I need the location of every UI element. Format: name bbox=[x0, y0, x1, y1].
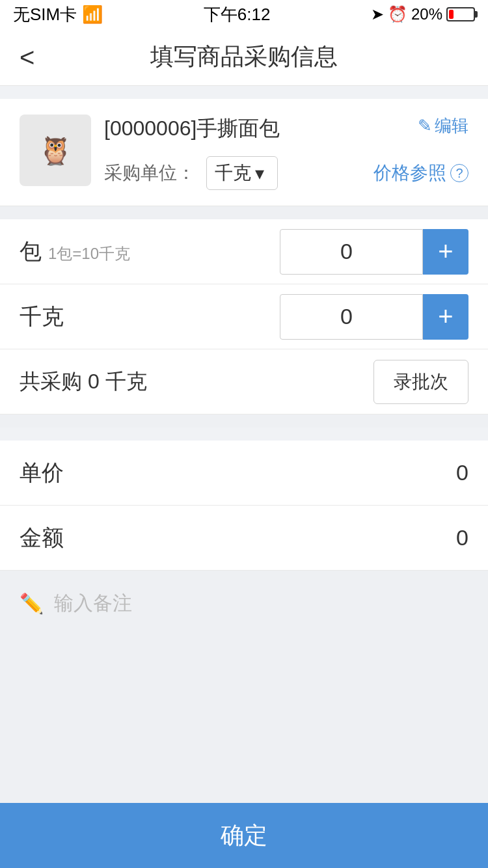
amount-row: 金额 0 bbox=[0, 506, 488, 571]
product-info: [0000006]手撕面包 ✎ 编辑 采购单位： 千克 ▾ 价格参照 ? bbox=[104, 115, 468, 190]
product-logo: 🦉 bbox=[38, 135, 72, 167]
edit-label: 编辑 bbox=[435, 115, 468, 137]
status-right: ➤ ⏰ 20% bbox=[371, 5, 475, 23]
divider-2 bbox=[0, 414, 488, 427]
pack-input[interactable] bbox=[280, 229, 423, 275]
info-icon: ? bbox=[450, 164, 468, 182]
kg-controls: + bbox=[280, 294, 468, 340]
page-title: 填写商品采购信息 bbox=[150, 41, 338, 73]
battery-icon bbox=[446, 7, 475, 21]
product-unit-row: 采购单位： 千克 ▾ 价格参照 ? bbox=[104, 156, 468, 190]
unit-select[interactable]: 千克 ▾ bbox=[206, 156, 278, 190]
price-ref-label: 价格参照 bbox=[373, 161, 446, 185]
product-header: [0000006]手撕面包 ✎ 编辑 bbox=[104, 115, 468, 143]
info-section: 单价 0 金额 0 bbox=[0, 441, 488, 571]
edit-icon: ✎ bbox=[418, 116, 432, 136]
unit-label: 采购单位： bbox=[104, 163, 195, 183]
carrier-text: 无SIM卡 bbox=[13, 3, 77, 26]
pack-label: 包 bbox=[20, 237, 42, 267]
pack-controls: + bbox=[280, 229, 468, 275]
divider-1 bbox=[0, 206, 488, 219]
unit-price-label: 单价 bbox=[20, 458, 64, 488]
pack-input-row: 包 1包=10千克 + bbox=[0, 219, 488, 284]
kg-input[interactable] bbox=[280, 294, 423, 340]
edit-button[interactable]: ✎ 编辑 bbox=[418, 115, 468, 137]
unit-price-row: 单价 0 bbox=[0, 441, 488, 506]
battery-percent: 20% bbox=[411, 5, 442, 23]
pack-plus-button[interactable]: + bbox=[423, 229, 468, 275]
summary-text: 共采购 0 千克 bbox=[20, 368, 147, 396]
kg-input-row: 千克 + bbox=[0, 284, 488, 349]
input-section: 包 1包=10千克 + 千克 + 共采购 0 千克 录批次 bbox=[0, 219, 488, 414]
unit-value: 千克 bbox=[215, 161, 251, 185]
location-icon: ➤ bbox=[371, 5, 384, 23]
product-name: [0000006]手撕面包 bbox=[104, 115, 280, 143]
wifi-icon: 📶 bbox=[82, 5, 103, 25]
batch-button[interactable]: 录批次 bbox=[373, 360, 468, 404]
note-section[interactable]: ✏️ 输入备注 bbox=[0, 571, 488, 636]
kg-label: 千克 bbox=[20, 302, 64, 332]
amount-value: 0 bbox=[456, 525, 468, 550]
kg-label-group: 千克 bbox=[20, 302, 280, 332]
pack-label-group: 包 1包=10千克 bbox=[20, 237, 280, 267]
status-time: 下午6:12 bbox=[204, 3, 271, 26]
amount-label: 金额 bbox=[20, 523, 64, 553]
product-image: 🦉 bbox=[20, 115, 91, 186]
status-bar: 无SIM卡 📶 下午6:12 ➤ ⏰ 20% bbox=[0, 0, 488, 29]
battery-fill bbox=[449, 10, 454, 19]
pencil-icon: ✏️ bbox=[20, 592, 44, 615]
summary-unit-value: 千克 bbox=[105, 370, 147, 393]
summary-qty-value: 0 bbox=[88, 370, 100, 393]
note-placeholder: 输入备注 bbox=[54, 590, 132, 617]
unit-price-value: 0 bbox=[456, 460, 468, 485]
nav-bar: < 填写商品采购信息 bbox=[0, 29, 488, 86]
kg-plus-button[interactable]: + bbox=[423, 294, 468, 340]
summary-prefix: 共采购 bbox=[20, 370, 82, 393]
product-card: 🦉 [0000006]手撕面包 ✎ 编辑 采购单位： 千克 ▾ 价格参照 ? bbox=[0, 99, 488, 206]
summary-row: 共采购 0 千克 录批次 bbox=[0, 349, 488, 414]
price-ref-button[interactable]: 价格参照 ? bbox=[373, 161, 468, 185]
chevron-down-icon: ▾ bbox=[255, 163, 264, 184]
status-left: 无SIM卡 📶 bbox=[13, 3, 103, 26]
confirm-label: 确定 bbox=[221, 820, 267, 852]
unit-selector-group: 采购单位： 千克 ▾ bbox=[104, 156, 278, 190]
back-button[interactable]: < bbox=[20, 44, 34, 70]
alarm-icon: ⏰ bbox=[388, 5, 407, 23]
pack-sublabel: 1包=10千克 bbox=[48, 243, 130, 264]
confirm-button[interactable]: 确定 bbox=[0, 803, 488, 868]
